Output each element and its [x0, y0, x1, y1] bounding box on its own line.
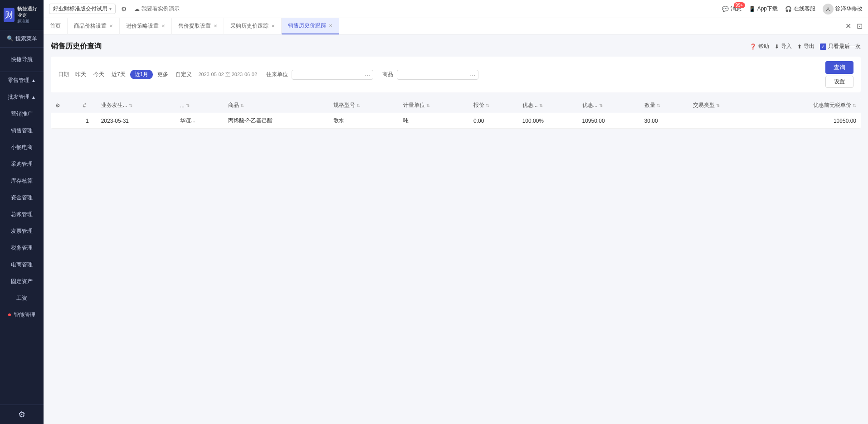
tab-purchase-history[interactable]: 采购历史价跟踪 ✕: [224, 18, 282, 34]
help-label: 帮助: [758, 43, 769, 50]
customer-input[interactable]: [295, 72, 363, 78]
customer-label: 往来单位: [266, 71, 288, 78]
sidebar-search[interactable]: 🔍 搜索菜单: [0, 30, 44, 48]
date-option-last1m[interactable]: 近1月: [130, 70, 153, 79]
sidebar-item-quick-nav[interactable]: 快捷导航: [0, 51, 44, 68]
th-qty[interactable]: 数量 ⇅: [640, 98, 689, 113]
app-logo: 财 畅捷通好业财 标准版: [0, 0, 44, 30]
topbar-gear-icon[interactable]: ⚙: [119, 5, 129, 13]
th-spec[interactable]: 规格型号 ⇅: [329, 98, 399, 113]
tab-close-icon[interactable]: ✕: [271, 24, 275, 29]
sidebar-item-tax[interactable]: 税务管理: [0, 240, 44, 256]
tab-label: 售价提取设置: [178, 22, 211, 30]
sidebar-item-purchase[interactable]: 采购管理: [0, 156, 44, 173]
th-more[interactable]: ... ⇅: [176, 98, 224, 113]
sidebar-item-smart[interactable]: 智能管理: [0, 307, 44, 323]
close-window-icon[interactable]: ✕: [844, 20, 853, 32]
filter-btn-group: 查询 设置: [825, 61, 853, 88]
sidebar-item-invoice[interactable]: 发票管理: [0, 223, 44, 240]
th-discount1[interactable]: 优惠... ⇅: [518, 98, 578, 113]
message-button[interactable]: 💬 消息 99+: [722, 5, 741, 13]
sort-icon: ⇅: [486, 103, 489, 108]
last-only-checkbox-label[interactable]: 只看最后一次: [820, 43, 861, 50]
app-download-button[interactable]: 📱 App下载: [749, 5, 778, 13]
user-menu[interactable]: 人 徐泽华修改: [823, 4, 863, 14]
sort-icon: ⇅: [129, 103, 132, 108]
sidebar-item-assets[interactable]: 固定资产: [0, 273, 44, 290]
th-trade-type[interactable]: 交易类型 ⇅: [688, 98, 759, 113]
sidebar-item-wholesale[interactable]: 批发管理 ▲: [0, 89, 44, 106]
cloud-icon: ☁: [134, 6, 140, 12]
sidebar-item-ecom[interactable]: 电商管理: [0, 256, 44, 273]
sidebar-item-marketing[interactable]: 营销推广: [0, 106, 44, 122]
th-discount2[interactable]: 优惠... ⇅: [578, 98, 640, 113]
tab-purchase-strategy[interactable]: 进价策略设置 ✕: [120, 18, 172, 34]
product-select[interactable]: 好业财标准版交付试用 ▾: [49, 4, 116, 14]
tab-label: 销售历史价跟踪: [288, 22, 326, 29]
last-only-checkbox[interactable]: [820, 43, 826, 50]
date-option-yesterday[interactable]: 昨天: [73, 70, 89, 79]
cell-date: 2023-05-31: [97, 113, 176, 129]
import-action[interactable]: ⬇ 导入: [775, 43, 792, 50]
sidebar-item-ecom-xch[interactable]: 小畅电商: [0, 139, 44, 156]
th-gear[interactable]: ⚙: [51, 98, 78, 113]
user-name: 徐泽华修改: [835, 5, 863, 13]
sidebar-item-finance[interactable]: 资金管理: [0, 189, 44, 206]
cell-spec: 散水: [329, 113, 399, 129]
tab-close-icon[interactable]: ✕: [161, 24, 165, 29]
th-price-label: 报价: [473, 101, 484, 109]
sidebar-item-inventory[interactable]: 库存核算: [0, 173, 44, 189]
product-dots[interactable]: ···: [470, 71, 475, 78]
date-option-more[interactable]: 更多: [155, 70, 171, 79]
sort-icon: ⇅: [716, 103, 720, 108]
app-label: App下载: [757, 5, 778, 13]
demo-link[interactable]: ☁ 我要看实例演示: [134, 5, 180, 13]
headset-icon: 🎧: [785, 6, 792, 12]
import-icon: ⬇: [775, 43, 779, 50]
filter-settings-button[interactable]: 设置: [825, 76, 853, 88]
date-option-last7[interactable]: 近7天: [109, 70, 128, 79]
sidebar-item-label: 资金管理: [11, 194, 33, 202]
phone-icon: 📱: [749, 6, 756, 12]
page-actions: ❓ 帮助 ⬇ 导入 ⬆ 导出 只看最后一次: [750, 43, 861, 50]
tab-sale-history[interactable]: 销售历史价跟踪 ✕: [282, 18, 339, 34]
tab-close-icon[interactable]: ✕: [214, 24, 217, 29]
sidebar-quick-nav: 快捷导航: [0, 48, 44, 72]
date-range-text: 2023-05-02 至 2023-06-02: [198, 71, 257, 78]
date-filter-group: 日期 昨天 今天 近7天 近1月 更多 自定义 2023-05-02 至 202…: [58, 70, 257, 79]
sidebar-item-retail[interactable]: 零售管理 ▲: [0, 72, 44, 89]
date-option-custom[interactable]: 自定义: [173, 70, 195, 79]
sidebar-item-sales[interactable]: 销售管理: [0, 122, 44, 139]
sidebar-item-ledger[interactable]: 总账管理: [0, 206, 44, 223]
th-price[interactable]: 报价 ⇅: [469, 98, 518, 113]
sidebar-item-label: 小畅电商: [11, 144, 33, 151]
tab-home[interactable]: 首页: [44, 18, 68, 34]
help-action[interactable]: ❓ 帮助: [750, 43, 769, 50]
service-button[interactable]: 🎧 在线客服: [785, 5, 815, 13]
wholesale-arrow-icon: ▲: [31, 95, 36, 100]
th-pretax-price[interactable]: 优惠前无税单价 ⇅: [759, 98, 861, 113]
settings-icon[interactable]: ⚙: [18, 410, 25, 419]
table-row: 1 2023-05-31 华谊... 丙烯酸-2-乙基己酯 散水 吨 0.00 …: [51, 113, 861, 129]
export-label: 导出: [804, 43, 814, 50]
export-action[interactable]: ⬆ 导出: [797, 43, 814, 50]
tab-close-icon[interactable]: ✕: [329, 23, 332, 28]
th-product[interactable]: 商品 ⇅: [224, 98, 329, 113]
customer-dots[interactable]: ···: [365, 71, 370, 78]
logo-badge: 标准版: [17, 19, 40, 24]
th-date[interactable]: 业务发生... ⇅: [97, 98, 176, 113]
sidebar-item-salary[interactable]: 工资: [0, 290, 44, 307]
tab-close-icon[interactable]: ✕: [109, 24, 113, 29]
date-option-today[interactable]: 今天: [91, 70, 107, 79]
th-unit[interactable]: 计量单位 ⇅: [399, 98, 469, 113]
topbar: 好业财标准版交付试用 ▾ ⚙ ☁ 我要看实例演示 💬 消息 99+ 📱 App下…: [44, 0, 868, 18]
product-input[interactable]: [400, 72, 468, 78]
maximize-icon[interactable]: ⊡: [855, 20, 864, 32]
product-select-label: 好业财标准版交付试用: [53, 5, 107, 13]
sort-icon: ⇅: [657, 103, 660, 108]
tab-price-settings[interactable]: 商品价格设置 ✕: [68, 18, 120, 34]
query-button[interactable]: 查询: [825, 61, 853, 74]
tab-sale-extract[interactable]: 售价提取设置 ✕: [172, 18, 224, 34]
export-icon: ⬆: [797, 43, 802, 50]
cell-gear: [51, 113, 78, 129]
